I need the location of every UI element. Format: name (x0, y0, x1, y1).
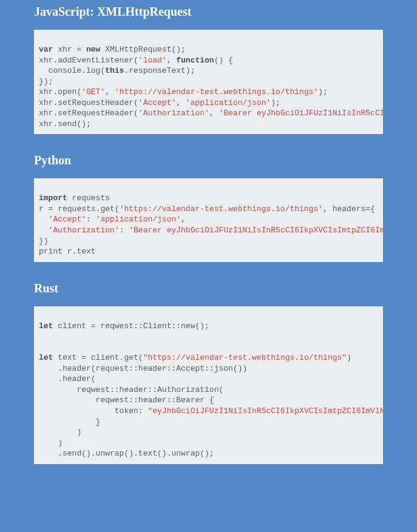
heading-javascript: JavaScript: XMLHttpRequest (34, 5, 383, 19)
heading-python: Python (34, 153, 383, 167)
code-block-rust: let client = reqwest::Client::new(); let… (34, 306, 383, 464)
code-block-js: var xhr = new XMLHttpRequest(); xhr.addE… (34, 30, 383, 134)
code-js[interactable]: var xhr = new XMLHttpRequest(); xhr.addE… (34, 30, 383, 134)
code-python[interactable]: import requests r = requests.get('https:… (34, 178, 383, 261)
code-rust[interactable]: let client = reqwest::Client::new(); let… (34, 306, 383, 464)
code-block-python: import requests r = requests.get('https:… (34, 178, 383, 261)
heading-rust: Rust (34, 281, 383, 295)
